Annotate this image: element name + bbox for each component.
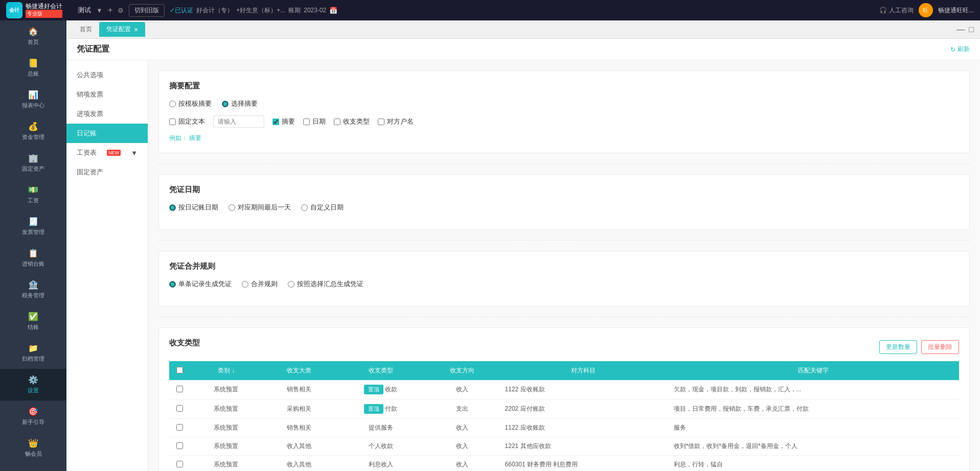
- status-area: ✓已认证 好会计（专） +好生意（标）+... 账期 2023-02 📅: [170, 6, 337, 15]
- income-type-input[interactable]: [334, 119, 340, 125]
- cell-subject-3: 1221 其他应收款: [499, 437, 668, 456]
- radio-journal-date[interactable]: 按日记账日期: [169, 203, 218, 212]
- left-nav-journal[interactable]: 日记账: [66, 124, 148, 143]
- sidebar-item-reports[interactable]: 📊 报表中心: [0, 84, 66, 115]
- cell-direction-4: 收入: [426, 456, 499, 472]
- tax-icon: 🏦: [28, 280, 38, 290]
- cell-direction-1: 支出: [426, 399, 499, 419]
- row-checkbox-cell[interactable]: [169, 456, 190, 472]
- radio-custom-date-input[interactable]: [301, 204, 308, 211]
- headset-icon: 🎧: [879, 7, 887, 14]
- sidebar-item-closing[interactable]: ✅ 结账: [0, 305, 66, 337]
- row-checkbox-3[interactable]: [176, 442, 183, 449]
- sidebar-label-guide: 新手引导: [22, 418, 44, 426]
- date-checkbox-input[interactable]: [303, 119, 310, 125]
- radio-single[interactable]: 单条记录生成凭证: [169, 279, 232, 289]
- left-nav-fixed-assets[interactable]: 固定资产: [66, 162, 148, 182]
- th-checkbox[interactable]: [169, 361, 190, 380]
- counterpart-checkbox[interactable]: 对方户名: [378, 117, 414, 126]
- counterpart-input[interactable]: [378, 119, 384, 125]
- sidebar-item-invoice[interactable]: 🧾 发票管理: [0, 210, 66, 242]
- date-checkbox[interactable]: 日期: [303, 117, 326, 126]
- minimize-button[interactable]: —: [956, 25, 965, 34]
- report-icon: 📊: [28, 90, 38, 100]
- left-nav-payroll[interactable]: 工资表 NEW ▼: [66, 143, 148, 162]
- income-type-checkbox[interactable]: 收支类型: [334, 117, 370, 126]
- closing-icon: ✅: [28, 312, 38, 321]
- guide-icon: 🎯: [28, 407, 38, 416]
- select-all-checkbox[interactable]: [176, 367, 183, 373]
- left-nav-sales-invoice[interactable]: 销项发票: [66, 85, 148, 104]
- top-tag-btn-0[interactable]: 置顶: [364, 385, 383, 394]
- radio-single-input[interactable]: [169, 281, 176, 288]
- radio-merge-input[interactable]: [242, 281, 248, 288]
- radio-custom-date[interactable]: 自定义日期: [301, 203, 344, 212]
- radio-last-day[interactable]: 对应期间最后一天: [229, 203, 291, 212]
- left-nav-public[interactable]: 公共选项: [66, 65, 148, 85]
- sidebar-item-member[interactable]: 👑 畅会员: [0, 432, 66, 464]
- fixed-text-field[interactable]: [213, 115, 264, 128]
- customer-service-button[interactable]: 🎧 人工咨询: [879, 6, 914, 15]
- sidebar-item-ledger[interactable]: 📒 总账: [0, 52, 66, 84]
- row-checkbox-2[interactable]: [176, 424, 183, 431]
- radio-merge-rules[interactable]: 合并规则: [242, 279, 278, 289]
- sidebar-item-funds[interactable]: 💰 资金管理: [0, 115, 66, 147]
- row-checkbox-cell[interactable]: [169, 380, 190, 399]
- cell-category-3: 系统预置: [190, 437, 263, 456]
- row-checkbox-cell[interactable]: [169, 419, 190, 437]
- new-badge: NEW: [107, 150, 121, 156]
- batch-delete-button[interactable]: 批量删除: [921, 340, 959, 354]
- sidebar-item-stockbook[interactable]: 📋 进销台账: [0, 242, 66, 274]
- calendar-icon[interactable]: 📅: [329, 7, 337, 14]
- table-row: 系统预置 采购相关 置顶 付款 支出 2202 应付账款 项目，日常费用，报销款…: [169, 399, 959, 419]
- maximize-button[interactable]: □: [969, 25, 974, 34]
- sidebar-item-guide[interactable]: 🎯 新手引导: [0, 401, 66, 432]
- fixed-text-label: 固定文本: [178, 117, 205, 126]
- row-checkbox-0[interactable]: [176, 386, 183, 392]
- switch-version-button[interactable]: 切到旧版: [129, 4, 165, 17]
- sidebar-label-salary: 工资: [28, 197, 39, 204]
- row-checkbox-1[interactable]: [176, 405, 183, 412]
- sidebar-item-home[interactable]: 🏠 首页: [0, 20, 66, 52]
- table-header: 类别 ↓ 收支大类 收支类型 收支方向 对方科目 匹配关键字: [169, 361, 959, 380]
- radio-select-input[interactable]: [222, 101, 229, 107]
- example-value: 摘要: [189, 134, 201, 142]
- refresh-icon: ↻: [950, 46, 955, 53]
- tab-home[interactable]: 首页: [73, 22, 99, 37]
- company-dropdown-icon[interactable]: ▼: [96, 7, 103, 14]
- sidebar-item-salary[interactable]: 💵 工资: [0, 179, 66, 210]
- settings-icon[interactable]: ⚙: [118, 7, 124, 14]
- radio-last-day-input[interactable]: [229, 204, 235, 211]
- radio-template-summary[interactable]: 按模板摘要: [169, 99, 212, 108]
- row-checkbox-4[interactable]: [176, 461, 183, 467]
- sidebar-label-funds: 资金管理: [22, 133, 44, 141]
- row-checkbox-cell[interactable]: [169, 399, 190, 419]
- summary-label: 摘要: [282, 117, 295, 126]
- radio-summary-input[interactable]: [288, 281, 294, 288]
- summary-checkbox-input[interactable]: [272, 119, 279, 125]
- radio-select-summary[interactable]: 选择摘要: [222, 99, 258, 108]
- left-nav-purchase-invoice[interactable]: 进项发票: [66, 104, 148, 124]
- radio-journal-date-input[interactable]: [169, 204, 176, 211]
- sidebar-item-assets[interactable]: 🏢 固定资产: [0, 147, 66, 179]
- update-count-button[interactable]: 更新数量: [879, 340, 917, 354]
- cell-direction-3: 收入: [426, 437, 499, 456]
- fixed-text-input[interactable]: [169, 119, 176, 125]
- fixed-text-checkbox[interactable]: 固定文本: [169, 117, 205, 126]
- add-icon[interactable]: +: [108, 6, 112, 15]
- tab-voucher-config[interactable]: 凭证配置 ×: [99, 22, 145, 37]
- sidebar-item-settings[interactable]: ⚙️ 设置: [0, 369, 66, 401]
- merge-radio-group: 单条记录生成凭证 合并规则 按照选择汇总生成凭证: [169, 279, 959, 289]
- home-icon: 🏠: [28, 27, 38, 36]
- sidebar-label-member: 畅会员: [25, 450, 42, 458]
- avatar[interactable]: 旺: [919, 3, 933, 17]
- radio-summary-gen[interactable]: 按照选择汇总生成凭证: [288, 279, 363, 289]
- sidebar-item-archive[interactable]: 📁 归档管理: [0, 337, 66, 369]
- tab-close-icon[interactable]: ×: [134, 26, 138, 34]
- refresh-button[interactable]: ↻ 刷新: [950, 45, 970, 54]
- summary-checkbox[interactable]: 摘要: [272, 117, 295, 126]
- row-checkbox-cell[interactable]: [169, 437, 190, 456]
- sidebar-item-tax[interactable]: 🏦 税务管理: [0, 274, 66, 305]
- radio-template-input[interactable]: [169, 101, 176, 107]
- top-tag-btn-1[interactable]: 置顶: [364, 404, 383, 414]
